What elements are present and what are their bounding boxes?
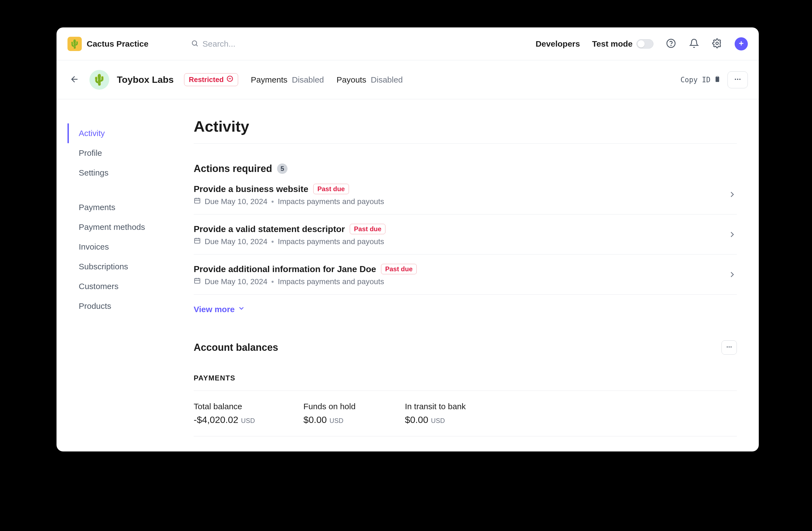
bell-icon (689, 39, 699, 49)
sidebar-item-products[interactable]: Products (68, 296, 177, 316)
svg-rect-13 (194, 198, 200, 203)
sidebar-item-payment-methods[interactable]: Payment methods (68, 217, 177, 237)
action-item[interactable]: Provide a valid statement descriptor Pas… (194, 215, 737, 254)
svg-point-12 (739, 78, 741, 80)
payments-status: Payments Disabled (251, 75, 324, 85)
test-mode-label: Test mode (592, 39, 633, 48)
create-button[interactable] (735, 37, 748, 50)
brand: 🌵 Cactus Practice (68, 37, 186, 51)
sidebar-item-settings[interactable]: Settings (68, 163, 177, 183)
account-avatar: 🌵 (89, 70, 109, 90)
view-more-label: View more (194, 305, 235, 314)
action-due: Due May 10, 2024 (205, 237, 267, 246)
minus-circle-icon (226, 75, 233, 84)
actions-required-label: Actions required (194, 163, 272, 174)
balance-hold: Funds on hold $0.00 USD (303, 402, 405, 425)
action-title: Provide a valid statement descriptor (194, 224, 345, 234)
settings-button[interactable] (712, 39, 723, 49)
chevron-right-icon (727, 270, 737, 280)
action-impact: Impacts payments and payouts (278, 197, 384, 206)
action-item[interactable]: Provide additional information for Jane … (194, 254, 737, 295)
dot-separator: • (271, 197, 274, 206)
balance-label: In transit to bank (405, 402, 514, 411)
action-impact: Impacts payments and payouts (278, 277, 384, 286)
actions-required-heading: Actions required 5 (194, 163, 737, 174)
payouts-label: Payouts (337, 75, 366, 84)
balance-value: -$4,020.02 USD (194, 414, 255, 425)
balance-currency: USD (431, 417, 445, 425)
calendar-icon (194, 197, 201, 206)
balance-amount: -$4,020.02 (194, 414, 238, 425)
svg-point-25 (727, 346, 728, 348)
clipboard-icon (714, 75, 721, 84)
balances-row: Total balance -$4,020.02 USD Funds on ho… (194, 391, 737, 437)
search-input[interactable] (202, 39, 530, 48)
svg-point-26 (729, 346, 730, 348)
sidebar-group-account: Activity Profile Settings (68, 123, 177, 183)
action-body: Provide a business website Past due Due … (194, 184, 727, 206)
action-meta: Due May 10, 2024 • Impacts payments and … (194, 277, 727, 286)
balance-amount: $0.00 (303, 414, 327, 425)
sidebar-item-profile[interactable]: Profile (68, 143, 177, 163)
sidebar-item-customers[interactable]: Customers (68, 277, 177, 296)
help-icon (666, 39, 676, 49)
plus-icon (738, 40, 745, 48)
balances-more-button[interactable] (722, 340, 737, 355)
search-icon (191, 40, 199, 48)
copy-id-button[interactable]: Copy ID (680, 75, 721, 84)
actions-count-badge: 5 (277, 163, 288, 174)
payments-status-value: Disabled (292, 75, 324, 84)
subheader-right: Copy ID (680, 71, 748, 88)
balance-value: $0.00 USD (303, 414, 344, 425)
balance-total: Total balance -$4,020.02 USD (194, 402, 303, 425)
sidebar-item-invoices[interactable]: Invoices (68, 237, 177, 257)
dot-separator: • (271, 277, 274, 286)
restricted-label: Restricted (189, 75, 223, 84)
svg-point-3 (671, 45, 671, 46)
more-actions-button[interactable] (727, 71, 748, 88)
developers-link[interactable]: Developers (536, 39, 580, 48)
action-title: Provide a business website (194, 184, 308, 194)
balance-label: Funds on hold (303, 402, 405, 411)
subheader: 🌵 Toybox Labs Restricted Payments Disabl… (57, 60, 759, 99)
test-mode-toggle[interactable] (636, 39, 653, 48)
topbar-right: Developers Test mode (536, 37, 748, 50)
svg-point-4 (716, 42, 719, 44)
dots-horizontal-icon (726, 344, 733, 351)
main-content: Activity Actions required 5 Provide a bu… (188, 99, 759, 452)
sidebar-item-subscriptions[interactable]: Subscriptions (68, 257, 177, 277)
search[interactable] (191, 39, 530, 48)
help-button[interactable] (666, 39, 677, 49)
past-due-badge: Past due (381, 264, 417, 274)
action-body: Provide additional information for Jane … (194, 264, 727, 286)
notifications-button[interactable] (688, 39, 699, 49)
restricted-badge: Restricted (184, 73, 238, 86)
payouts-status-value: Disabled (371, 75, 403, 84)
balance-currency: USD (241, 417, 255, 425)
action-item[interactable]: Provide a business website Past due Due … (194, 174, 737, 215)
chevron-right-icon (727, 230, 737, 240)
balance-amount: $0.00 (405, 414, 428, 425)
sidebar-item-activity[interactable]: Activity (68, 123, 177, 143)
brand-logo: 🌵 (68, 37, 82, 51)
dots-horizontal-icon (734, 75, 741, 84)
test-mode-toggle-group: Test mode (592, 39, 653, 48)
balance-currency: USD (330, 417, 344, 425)
svg-point-10 (735, 78, 736, 80)
account-balances-label: Account balances (194, 342, 278, 353)
past-due-badge: Past due (350, 224, 386, 234)
svg-point-11 (737, 78, 739, 80)
payments-label: Payments (251, 75, 287, 84)
action-meta: Due May 10, 2024 • Impacts payments and … (194, 237, 727, 246)
dot-separator: • (271, 237, 274, 246)
back-button[interactable] (68, 72, 82, 88)
sidebar-item-payments[interactable]: Payments (68, 197, 177, 217)
svg-rect-21 (194, 278, 200, 283)
copy-id-label: Copy ID (680, 76, 710, 84)
chevron-down-icon (237, 305, 245, 314)
topbar: 🌵 Cactus Practice Developers Test mode (57, 27, 759, 60)
calendar-icon (194, 277, 201, 286)
toggle-knob (638, 40, 645, 47)
view-more-button[interactable]: View more (194, 305, 245, 314)
svg-rect-17 (194, 238, 200, 243)
